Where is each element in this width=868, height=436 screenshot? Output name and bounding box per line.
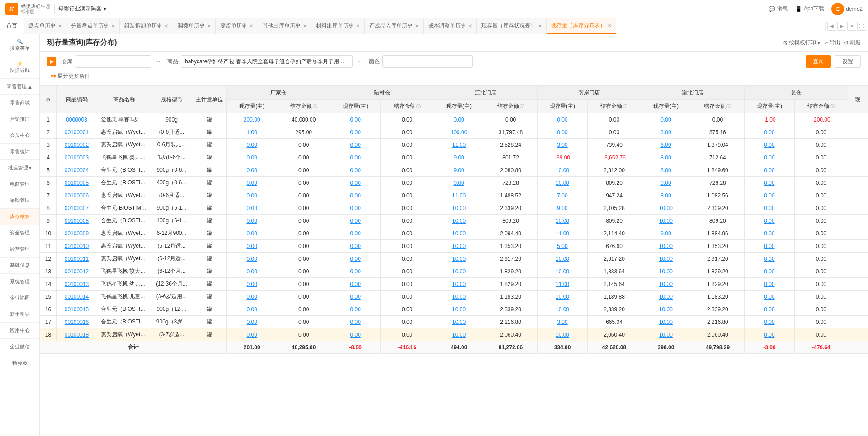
yb-qty-link[interactable]: 10.00 — [659, 256, 673, 262]
yb-qty-link[interactable]: 8.00 — [660, 192, 671, 199]
code-link[interactable]: 00100001 — [65, 129, 89, 136]
tot-qty-val[interactable]: 0.00 — [764, 180, 774, 186]
jb-amt-info-icon[interactable]: ⓘ — [520, 104, 524, 109]
na-qty-link[interactable]: 5.00 — [557, 243, 567, 249]
chang-qty-link[interactable]: 0.00 — [247, 319, 257, 325]
code-link[interactable]: 00100014 — [65, 294, 89, 300]
jb-qty-link[interactable]: 10.00 — [452, 230, 466, 237]
chang-qty-link[interactable]: 0.00 — [247, 155, 257, 161]
sidebar-item-search[interactable]: 🔍 搜索英单 — [0, 34, 39, 56]
na-qty-link[interactable]: -39.00 — [555, 155, 570, 161]
filter-toggle-btn[interactable]: ▶ — [47, 57, 56, 66]
na-qty-link[interactable]: 10.00 — [556, 268, 569, 275]
na-qty-link[interactable]: 10.00 — [556, 294, 569, 300]
tab-yaohuo[interactable]: 要货单历史 ✕ — [216, 18, 258, 34]
tot-qty-val[interactable]: 0.00 — [764, 294, 774, 300]
lu-qty-link[interactable]: 0.00 — [350, 268, 360, 275]
chang-qty-link[interactable]: 0.00 — [247, 256, 257, 262]
na-qty-link[interactable]: 3.00 — [557, 142, 567, 148]
user-avatar-btn[interactable]: E demo2 — [831, 3, 863, 15]
goods-input[interactable]: babycare孕妇待产包 春季入院全套母子组合孕妇产后冬季月子用品 22件套 … — [181, 55, 353, 68]
lu-qty-link[interactable]: 0.00 — [350, 218, 360, 224]
sidebar-item-base[interactable]: 基础信息 — [0, 258, 39, 274]
jb-qty-link[interactable]: 10.00 — [452, 205, 466, 211]
na-qty-link[interactable]: 11.00 — [556, 230, 569, 237]
sidebar-item-ecom[interactable]: 电商管理 — [0, 176, 39, 192]
tot-qty-val[interactable]: 0.00 — [764, 281, 774, 287]
tab-expand-btn[interactable]: ⛶ — [857, 22, 866, 31]
lu-qty-link[interactable]: 0.00 — [350, 192, 360, 199]
code-link[interactable]: 00100006 — [65, 192, 89, 199]
na-qty-link[interactable]: 10.00 — [556, 218, 569, 224]
warehouse-input[interactable] — [75, 55, 151, 68]
code-link[interactable]: 00100004 — [65, 167, 89, 173]
sidebar-item-member2[interactable]: 畅会员 — [0, 355, 39, 371]
lu-qty-link[interactable]: 0.00 — [350, 167, 360, 173]
na-qty-link[interactable]: 7.00 — [557, 192, 567, 199]
code-link[interactable]: 00100007 — [65, 205, 89, 211]
jb-qty-link[interactable]: 10.00 — [452, 319, 466, 325]
tot-qty-val[interactable]: 0.00 — [764, 192, 774, 199]
tab-close-zuzhuan[interactable]: ✕ — [165, 23, 168, 28]
code-link[interactable]: 00100008 — [65, 218, 89, 224]
chang-qty-link[interactable]: 0.00 — [247, 180, 257, 186]
tab-fenpanding[interactable]: 分量盘点单历史 ✕ — [66, 18, 120, 34]
tab-close-chengben[interactable]: ✕ — [468, 23, 472, 28]
chang-qty-link[interactable]: 0.00 — [247, 218, 257, 224]
expand-conditions-btn[interactable]: ▾▾ 展开更多条件 — [47, 70, 861, 82]
tab-close-qitachuku[interactable]: ✕ — [303, 23, 307, 28]
jb-qty-link[interactable]: 10.00 — [452, 218, 466, 224]
yb-qty-link[interactable]: 10.00 — [659, 281, 673, 287]
query-button[interactable]: 查询 — [806, 55, 831, 68]
sidebar-item-finance[interactable]: 资金管理 — [0, 225, 39, 241]
print-btn[interactable]: 🖨 按模板打印 ▾ — [782, 39, 820, 47]
yb-qty-link[interactable]: 0.00 — [660, 117, 671, 123]
na-qty-link[interactable]: 3.00 — [557, 319, 567, 325]
chang-qty-link[interactable]: 0.00 — [247, 332, 257, 338]
export-btn[interactable]: ↗ 导出 — [824, 39, 840, 47]
lu-qty-link[interactable]: 0.00 — [350, 155, 360, 161]
code-link[interactable]: 00100015 — [65, 306, 89, 313]
sidebar-item-wholesale[interactable]: 批发管理 ▾ — [0, 160, 39, 176]
jb-qty-link[interactable]: 9.00 — [453, 167, 464, 173]
yb-qty-link[interactable]: 3.00 — [660, 129, 671, 136]
yb-qty-link[interactable]: 10.00 — [659, 306, 673, 313]
goods-dots-btn[interactable]: ··· — [355, 58, 363, 65]
yb-qty-link[interactable]: 10.00 — [659, 205, 673, 211]
jb-qty-link[interactable]: 10.00 — [452, 306, 466, 313]
yb-qty-link[interactable]: 10.00 — [659, 294, 673, 300]
code-link[interactable]: 00100002 — [65, 142, 89, 148]
jb-qty-link[interactable]: 11.00 — [452, 192, 466, 199]
yb-qty-link[interactable]: 10.00 — [659, 319, 673, 325]
sidebar-item-app-center[interactable]: 应用中心 — [0, 323, 39, 339]
na-qty-link[interactable]: 10.00 — [556, 180, 569, 186]
lu-qty-link[interactable]: 0.00 — [350, 230, 360, 237]
sidebar-item-member[interactable]: 会员中心 — [0, 127, 39, 144]
yb-qty-link[interactable]: 10.00 — [659, 218, 673, 224]
code-link[interactable]: 00100016 — [65, 319, 89, 325]
tab-close-chancheng[interactable]: ✕ — [415, 23, 419, 28]
na-qty-link[interactable]: 11.00 — [556, 281, 569, 287]
jb-qty-link[interactable]: 10.00 — [452, 243, 466, 249]
code-link[interactable]: 00100013 — [65, 281, 89, 287]
chang-qty-link[interactable]: 0.00 — [247, 306, 257, 313]
na-qty-link[interactable]: 9.00 — [557, 205, 567, 211]
chang-qty-link[interactable]: 0.00 — [247, 268, 257, 275]
tot-qty-val[interactable]: 0.00 — [764, 243, 774, 249]
tab-kucun-dist[interactable]: 现存量（库存分布表） ✕ — [547, 18, 616, 34]
chang-qty-link[interactable]: 0.00 — [247, 281, 257, 287]
na-qty-link[interactable]: 10.00 — [556, 167, 569, 173]
lu-qty-link[interactable]: 0.00 — [350, 180, 360, 186]
tot-qty-val[interactable]: 0.00 — [764, 256, 774, 262]
sidebar-item-purchase[interactable]: 采购管理 — [0, 192, 39, 209]
na-qty-link[interactable]: 10.00 — [556, 256, 569, 262]
lu-qty-link[interactable]: 0.00 — [350, 243, 360, 249]
code-link[interactable]: 00100011 — [65, 256, 89, 262]
message-btn[interactable]: 💬 消息 — [769, 5, 788, 13]
chang-amt-info-icon[interactable]: ⓘ — [313, 104, 317, 109]
tot-qty-val[interactable]: 0.00 — [764, 205, 774, 211]
tab-close-diaobao[interactable]: ✕ — [207, 23, 211, 28]
tot-qty-val[interactable]: 0.00 — [764, 306, 774, 313]
sidebar-item-wechat[interactable]: 企业微信 — [0, 339, 39, 355]
lu-qty-link[interactable]: 0.00 — [350, 117, 360, 123]
